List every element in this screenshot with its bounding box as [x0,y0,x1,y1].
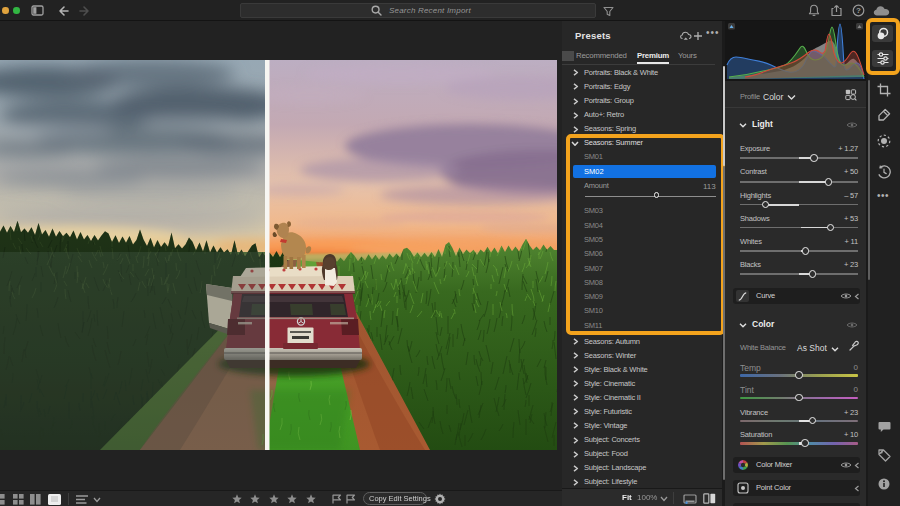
svg-text:?: ? [856,6,861,15]
